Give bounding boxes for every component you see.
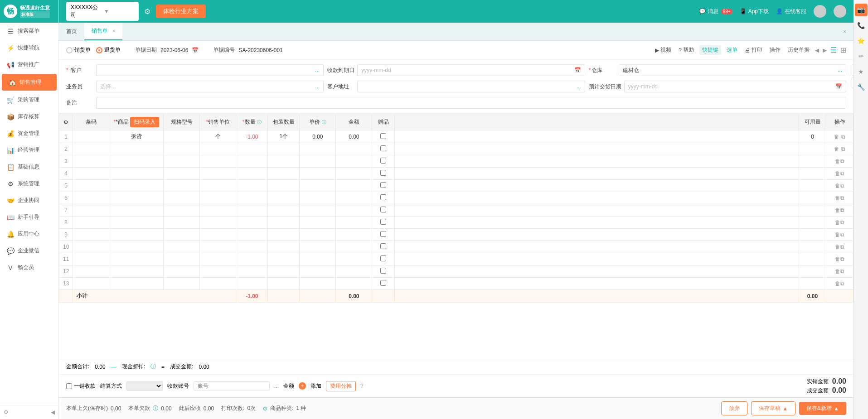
copy-icon-1[interactable]: ⧉ <box>841 134 845 140</box>
product-types-icon[interactable]: ⊙ <box>263 405 267 412</box>
sidebar-item-system[interactable]: ⚙ 系统管理 <box>0 175 58 192</box>
operations-btn[interactable]: 操作 <box>768 45 782 55</box>
price-2[interactable] <box>300 143 336 155</box>
sidebar-item-app-center[interactable]: 🔔 应用中心 <box>0 226 58 242</box>
unit-2[interactable] <box>200 143 236 155</box>
sidebar-item-marketing[interactable]: 📢 营销推广 <box>0 56 58 73</box>
sidebar-item-enterprise[interactable]: 🤝 企业协同 <box>0 192 58 209</box>
amount-1[interactable]: 0.00 <box>336 130 372 143</box>
discount-info-icon[interactable]: ⓘ <box>150 363 156 371</box>
add-button[interactable]: + <box>299 382 306 390</box>
gift-checkbox-1[interactable] <box>380 133 386 139</box>
sidebar-item-finance[interactable]: 💰 资金管理 <box>0 125 58 142</box>
pkg-qty-2[interactable] <box>268 143 300 155</box>
radio-sales-order[interactable]: 销货单 <box>66 46 91 54</box>
header-settings-icon[interactable]: ⚙ <box>144 7 150 16</box>
sidebar-settings-icon[interactable]: ⚙ <box>4 409 9 415</box>
pkg-qty-1[interactable]: 1个 <box>268 130 300 143</box>
right-panel-camera-icon[interactable]: 📷 <box>855 4 868 16</box>
company-selector[interactable]: XXXXXX公司 ▼ <box>66 2 139 21</box>
copy-icon-2[interactable]: ⧉ <box>841 146 845 152</box>
view-grid-icon[interactable]: ⊞ <box>840 46 846 54</box>
messages-button[interactable]: 💬 消息 99+ <box>699 8 732 15</box>
delete-icon-2[interactable]: 🗑 <box>834 146 839 152</box>
gift-1[interactable] <box>372 130 395 143</box>
account-input[interactable] <box>194 381 270 390</box>
sidebar-item-purchase[interactable]: 🛒 采购管理 <box>0 92 58 108</box>
product-1[interactable]: 拆货 <box>109 130 164 143</box>
sidebar-item-guide[interactable]: 📖 新手引导 <box>0 209 58 226</box>
salesperson-input[interactable]: 选择... ... <box>96 81 324 92</box>
qty-1[interactable]: -1.00 <box>236 130 268 143</box>
dots-icon[interactable]: ... <box>274 383 279 389</box>
qty-2[interactable] <box>236 143 268 155</box>
delete-icon-3[interactable]: 🗑 <box>835 158 840 164</box>
delete-icon-1[interactable]: 🗑 <box>834 134 839 140</box>
expected-date-input[interactable]: yyyy-mm-dd 📅 <box>624 81 846 92</box>
select-btn[interactable]: 选单 <box>725 45 739 55</box>
sidebar-item-inventory[interactable]: 📦 库存核算 <box>0 108 58 125</box>
copy-icon-3[interactable]: ⧉ <box>840 158 844 164</box>
payment-checkbox[interactable] <box>66 383 72 389</box>
sidebar-collapse-icon[interactable]: ◀ <box>51 409 55 415</box>
view-list-icon[interactable]: ☰ <box>830 46 837 54</box>
right-panel-favorite-icon[interactable]: ★ <box>855 65 868 78</box>
right-panel-edit-icon[interactable]: ✏ <box>855 50 868 63</box>
video-btn[interactable]: ▶ 视频 <box>653 45 673 55</box>
sidebar-item-quick-nav[interactable]: ⚡ 快捷导航 <box>0 39 58 56</box>
sidebar-item-ops[interactable]: 📊 经营管理 <box>0 142 58 159</box>
online-support-button[interactable]: 👤 在线客服 <box>776 8 806 15</box>
notes-input[interactable] <box>96 97 846 109</box>
logistics-side-btn[interactable]: + 物流 <box>852 77 853 88</box>
settings-side-btn[interactable]: ⊙ ⊙ 设置 <box>852 64 853 76</box>
calc-method-select[interactable] <box>126 381 163 391</box>
calendar-icon[interactable]: 📅 <box>192 47 199 53</box>
amount-2[interactable] <box>336 143 372 155</box>
user-avatar-2[interactable] <box>834 5 846 18</box>
barcode-1[interactable] <box>73 130 109 143</box>
total-owe-info-icon[interactable]: ⓘ <box>153 405 158 412</box>
barcode-2[interactable] <box>73 143 109 155</box>
payment-checkbox-row[interactable]: 一键收款 <box>66 382 96 390</box>
expense-help-icon[interactable]: ? <box>360 383 364 389</box>
spec-1[interactable] <box>164 130 200 143</box>
radio-return-order[interactable]: 退货单 <box>96 46 121 54</box>
customer-addr-input[interactable]: ... <box>357 81 585 92</box>
payment-due-input[interactable]: yyyy-mm-dd 📅 <box>357 64 585 76</box>
tab-home[interactable]: 首页 <box>59 23 84 40</box>
right-panel-tool-icon[interactable]: 🔧 <box>855 81 868 93</box>
spec-2[interactable] <box>164 143 200 155</box>
right-panel-phone-icon[interactable]: 📞 <box>855 19 868 32</box>
scan-button[interactable]: 扫码录入 <box>130 117 159 127</box>
gift-2[interactable] <box>372 143 395 155</box>
print-btn[interactable]: 🖨 打印 <box>743 45 764 55</box>
help-btn[interactable]: ? 帮助 <box>677 45 696 55</box>
tab-sales-order[interactable]: 销售单 × <box>84 23 122 40</box>
app-download-button[interactable]: 📱 App下载 <box>740 8 769 15</box>
sidebar-item-sales-mgmt[interactable]: 🏠 销售管理 <box>2 74 57 91</box>
trial-button[interactable]: 体验行业方案 <box>156 5 206 18</box>
customer-input[interactable]: ... <box>96 64 324 76</box>
tab-close-icon[interactable]: × <box>112 28 115 34</box>
sidebar-item-member[interactable]: V 畅会员 <box>0 259 58 276</box>
warehouse-input[interactable]: 建材仓 ... <box>619 64 846 76</box>
save-new-button[interactable]: 保存&新增 ▲ <box>799 402 846 415</box>
sidebar-item-search-order[interactable]: ☰ 搜索菜单 <box>0 23 58 39</box>
col-header-settings[interactable]: ⚙ <box>59 114 73 130</box>
price-1[interactable]: 0.00 <box>300 130 336 143</box>
sidebar-item-wechat[interactable]: 💬 企业微信 <box>0 242 58 259</box>
prev-icon[interactable]: ◀ <box>815 47 819 53</box>
tab-close-button[interactable]: × <box>836 25 853 39</box>
shortcut-btn[interactable]: 快捷键 <box>699 45 721 55</box>
abandon-button[interactable]: 放弃 <box>721 401 747 415</box>
gift-checkbox-2[interactable] <box>380 145 386 151</box>
unit-1[interactable]: 个 <box>200 130 236 143</box>
save-draft-button[interactable]: 保存草稿 ▲ <box>751 401 795 415</box>
next-icon[interactable]: ▶ <box>823 47 827 53</box>
history-btn[interactable]: 历史单据 <box>786 45 811 55</box>
expense-button[interactable]: 费用分摊 <box>326 381 356 391</box>
product-2[interactable] <box>109 143 164 155</box>
right-panel-star-icon[interactable]: ⭐ <box>855 34 868 47</box>
user-avatar[interactable] <box>814 5 826 18</box>
sidebar-item-basic[interactable]: 📋 基础信息 <box>0 159 58 175</box>
